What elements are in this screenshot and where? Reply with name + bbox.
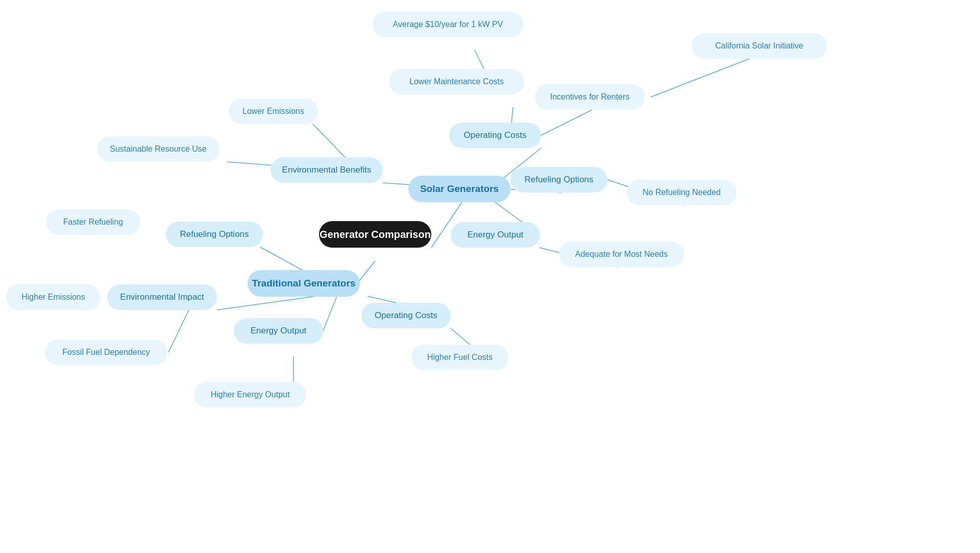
no-refueling-label: No Refueling Needed <box>643 188 721 197</box>
traditional-generators-node[interactable]: Traditional Generators <box>248 270 360 297</box>
svg-line-1 <box>357 261 375 283</box>
incentives-renters-node[interactable]: Incentives for Renters <box>535 84 645 110</box>
solar-energy-output-label: Energy Output <box>468 230 524 240</box>
trad-env-impact-node[interactable]: Environmental Impact <box>107 284 217 310</box>
trad-refueling-label: Refueling Options <box>180 229 249 239</box>
higher-energy-output-label: Higher Energy Output <box>211 390 290 399</box>
solar-energy-output-node[interactable]: Energy Output <box>451 222 540 248</box>
mind-map: Generator Comparison Solar Generators Tr… <box>0 0 980 553</box>
center-label: Generator Comparison <box>320 229 431 241</box>
center-node[interactable]: Generator Comparison <box>319 221 431 248</box>
solar-operating-costs-node[interactable]: Operating Costs <box>449 123 541 148</box>
fossil-fuel-label: Fossil Fuel Dependency <box>62 348 150 357</box>
svg-line-15 <box>217 296 316 310</box>
avg-cost-node[interactable]: Average $10/year for 1 kW PV <box>373 12 523 37</box>
svg-line-9 <box>651 59 749 97</box>
svg-line-20 <box>168 310 189 352</box>
lower-emissions-node[interactable]: Lower Emissions <box>229 99 318 124</box>
trad-energy-output-node[interactable]: Energy Output <box>234 318 323 344</box>
incentives-renters-label: Incentives for Renters <box>550 92 630 102</box>
solar-operating-costs-label: Operating Costs <box>464 130 527 140</box>
california-solar-node[interactable]: California Solar Initiative <box>692 33 827 59</box>
adequate-needs-label: Adequate for Most Needs <box>575 250 668 259</box>
fossil-fuel-node[interactable]: Fossil Fuel Dependency <box>45 340 167 365</box>
higher-energy-output-node[interactable]: Higher Energy Output <box>194 382 306 407</box>
faster-refueling-node[interactable]: Faster Refueling <box>46 209 140 235</box>
lower-emissions-label: Lower Emissions <box>242 107 304 116</box>
solar-generators-node[interactable]: Solar Generators <box>408 176 510 202</box>
traditional-generators-label: Traditional Generators <box>252 278 356 289</box>
svg-line-16 <box>323 296 337 331</box>
adequate-needs-node[interactable]: Adequate for Most Needs <box>559 242 684 267</box>
higher-fuel-costs-node[interactable]: Higher Fuel Costs <box>411 345 508 370</box>
sustainable-resource-node[interactable]: Sustainable Resource Use <box>97 136 219 162</box>
trad-refueling-node[interactable]: Refueling Options <box>166 222 263 247</box>
solar-refueling-label: Refueling Options <box>524 175 593 185</box>
trad-operating-costs-node[interactable]: Operating Costs <box>361 303 451 328</box>
faster-refueling-label: Faster Refueling <box>63 218 123 227</box>
solar-refueling-node[interactable]: Refueling Options <box>510 167 607 193</box>
higher-emissions-node[interactable]: Higher Emissions <box>6 284 101 310</box>
solar-env-benefits-node[interactable]: Environmental Benefits <box>271 157 383 183</box>
lower-maintenance-label: Lower Maintenance Costs <box>409 77 504 86</box>
solar-env-benefits-label: Environmental Benefits <box>282 165 372 175</box>
svg-line-8 <box>541 110 592 135</box>
trad-env-impact-label: Environmental Impact <box>120 292 204 302</box>
sustainable-resource-label: Sustainable Resource Use <box>110 145 206 154</box>
higher-fuel-costs-label: Higher Fuel Costs <box>427 353 493 362</box>
trad-operating-costs-label: Operating Costs <box>375 310 437 321</box>
no-refueling-node[interactable]: No Refueling Needed <box>627 180 737 205</box>
higher-emissions-label: Higher Emissions <box>21 293 85 302</box>
lower-maintenance-node[interactable]: Lower Maintenance Costs <box>389 69 524 94</box>
avg-cost-label: Average $10/year for 1 kW PV <box>393 20 503 29</box>
trad-energy-output-label: Energy Output <box>251 326 307 336</box>
solar-generators-label: Solar Generators <box>420 183 499 195</box>
california-solar-label: California Solar Initiative <box>715 41 803 51</box>
